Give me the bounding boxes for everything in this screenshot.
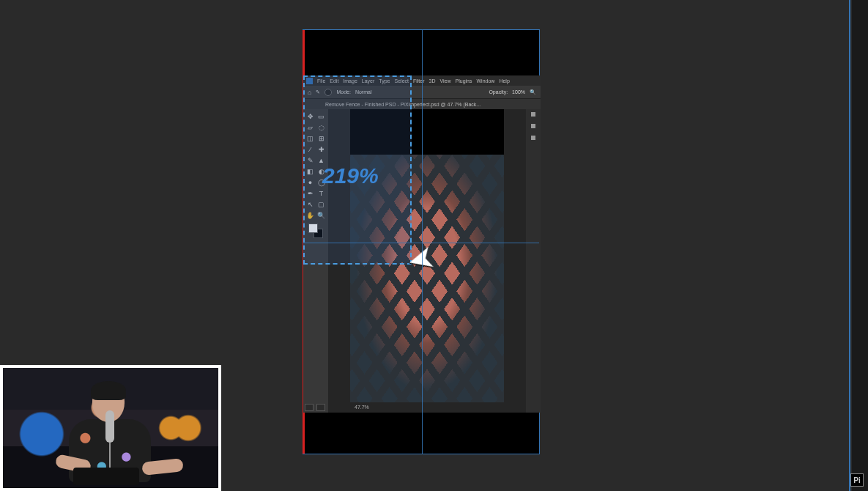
screenmode-icons[interactable]: [305, 404, 325, 411]
ps-menu-item[interactable]: Plugins: [456, 78, 472, 84]
watermark-badge: Pi: [850, 473, 864, 487]
search-icon[interactable]: 🔍: [530, 89, 536, 95]
opacity-label: Opacity:: [489, 89, 508, 95]
opacity-value[interactable]: 100%: [512, 89, 525, 95]
webcam-feed: [3, 368, 218, 488]
ps-menu-item[interactable]: View: [440, 78, 451, 84]
guide-horizontal-center: [303, 243, 539, 243]
panel-icon[interactable]: [531, 112, 535, 117]
ps-menu-item[interactable]: Filter: [413, 78, 425, 84]
drawing-tablet: [73, 468, 139, 485]
ps-menu-item[interactable]: Window: [477, 78, 495, 84]
guide-vertical-center: [422, 30, 423, 454]
composition-preview-frame[interactable]: File Edit Image Layer Type Select Filter…: [303, 29, 540, 454]
right-editor-strip: Pi: [852, 0, 868, 491]
zoom-percent-overlay: 219%: [322, 163, 379, 188]
webcam-overlay: [0, 365, 221, 491]
ps-menu-item[interactable]: Help: [499, 78, 509, 84]
ps-collapsed-panels[interactable]: [526, 109, 541, 413]
canvas-zoom-readout: 47.7%: [355, 405, 369, 410]
microphone-icon: [105, 410, 114, 443]
ps-menu-item[interactable]: 3D: [429, 78, 436, 84]
panel-icon[interactable]: [531, 136, 535, 140]
panel-icon[interactable]: [531, 124, 535, 128]
